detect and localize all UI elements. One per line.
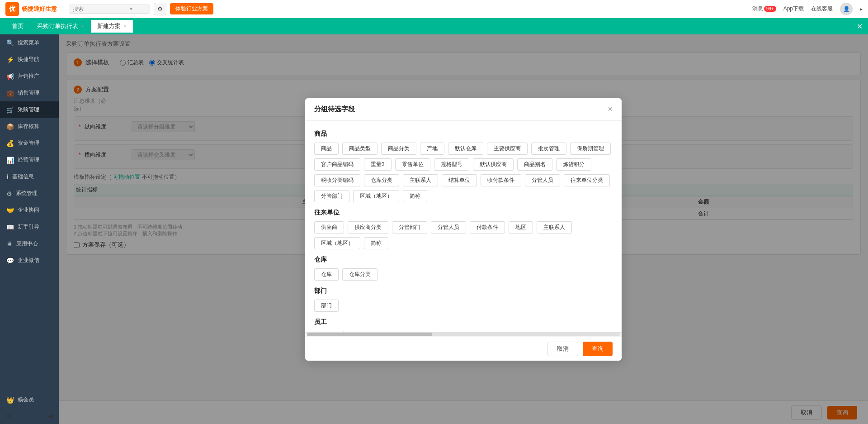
- field-tag-main-supplier[interactable]: 主要供应商: [487, 143, 528, 155]
- sidebar-item-basic-info[interactable]: ℹ 基础信息: [0, 168, 59, 185]
- online-service-link[interactable]: 在线客服: [811, 5, 833, 13]
- field-tag-area[interactable]: 地区: [509, 221, 533, 233]
- sidebar-item-purchase[interactable]: 🛒 采购管理: [0, 101, 59, 118]
- sidebar-item-operation[interactable]: 📊 经营管理: [0, 152, 59, 168]
- field-tag-shelf-life[interactable]: 保质期管理: [570, 143, 611, 155]
- sidebar-item-purchase-label: 采购管理: [18, 106, 39, 114]
- field-tag-tax-code[interactable]: 税收分类编码: [314, 174, 360, 186]
- basic-info-icon: ℹ: [6, 173, 9, 181]
- sidebar-item-enterprise[interactable]: 🤝 企业协同: [0, 202, 59, 219]
- field-tag-weight[interactable]: 重量3: [364, 158, 392, 171]
- field-tag-batch-mgmt[interactable]: 批次管理: [531, 143, 566, 155]
- sidebar-item-inventory[interactable]: 📦 库存核算: [0, 118, 59, 135]
- field-tag-wh-category[interactable]: 仓库分类: [342, 268, 377, 281]
- field-tag-settlement-unit[interactable]: 结算单位: [442, 174, 477, 186]
- field-tag-origin[interactable]: 产地: [420, 143, 444, 155]
- tab-purchase-close[interactable]: ×: [81, 24, 84, 29]
- member-icon: 👑: [6, 396, 14, 404]
- gear-button[interactable]: ⚙: [154, 3, 166, 15]
- tab-purchase-list[interactable]: 采购订单执行表×: [31, 20, 90, 33]
- modal-cancel-button[interactable]: 取消: [547, 342, 578, 356]
- field-tags-partner: 供应商 供应商分类 分管部门 分管人员 付款条件 地区 主联系人 区域（地区） …: [314, 221, 613, 249]
- field-tag-goods-type[interactable]: 商品类型: [342, 143, 377, 155]
- field-group-partner-title: 往来单位: [314, 209, 613, 217]
- field-tag-partner-short[interactable]: 简称: [364, 237, 388, 249]
- sidebar-item-guide[interactable]: 📖 新手引导: [0, 219, 59, 235]
- field-group-dept-title: 部门: [314, 287, 613, 295]
- field-tag-partner-region[interactable]: 区域（地区）: [314, 237, 360, 249]
- field-tag-customer-code[interactable]: 客户商品编码: [314, 158, 360, 171]
- tab-new-plan[interactable]: 新建方案×: [91, 20, 132, 33]
- sidebar-item-quick-nav[interactable]: ⚡ 快捷导航: [0, 51, 59, 68]
- field-tag-partner-dept[interactable]: 分管部门: [392, 221, 427, 233]
- sidebar-item-wechat[interactable]: 💬 企业微信: [0, 252, 59, 269]
- modal-close-button[interactable]: ×: [608, 105, 613, 114]
- notification-badge: 99+: [764, 6, 776, 12]
- sidebar-item-enterprise-label: 企业协同: [18, 206, 39, 214]
- field-tag-default-warehouse[interactable]: 默认仓库: [448, 143, 483, 155]
- tab-new-plan-close[interactable]: ×: [123, 24, 126, 29]
- system-icon: ⚙: [6, 190, 12, 197]
- field-tag-supplier[interactable]: 供应商: [314, 221, 344, 233]
- field-tag-default-supplier[interactable]: 默认供应商: [473, 158, 514, 171]
- enterprise-icon: 🤝: [6, 207, 14, 214]
- field-tag-spec[interactable]: 规格型号: [434, 158, 469, 171]
- modal-hscroll[interactable]: [305, 332, 622, 336]
- sidebar-item-search-label: 搜索菜单: [18, 39, 39, 47]
- sidebar-item-app-center[interactable]: 🖥 应用中心: [0, 235, 59, 252]
- search-input[interactable]: [73, 6, 127, 12]
- sales-icon: 💼: [6, 90, 14, 97]
- operation-icon: 📊: [6, 157, 14, 164]
- field-tag-main-contact[interactable]: 主联系人: [403, 174, 438, 186]
- topbar: 优 畅捷通好生意 ▼ ⚙ 体验行业方案 消息99+ App下载 在线客服 👤 ▸: [0, 0, 868, 18]
- sidebar-item-quick-nav-label: 快捷导航: [18, 56, 39, 63]
- chevron-down-icon: ▼: [129, 6, 133, 11]
- sidebar-item-marketing[interactable]: 📢 营销推广: [0, 68, 59, 85]
- field-tag-dept[interactable]: 分管部门: [314, 190, 349, 202]
- tab-home[interactable]: 首页: [5, 20, 30, 33]
- close-all-tabs[interactable]: ✕: [857, 22, 863, 31]
- topbar-right: 消息99+ App下载 在线客服 👤 ▸: [752, 3, 863, 15]
- avatar[interactable]: 👤: [840, 3, 853, 15]
- wechat-icon: 💬: [6, 257, 14, 264]
- collapse-icon[interactable]: ◀: [48, 413, 52, 419]
- field-tag-partner-supervisor[interactable]: 分管人员: [431, 221, 466, 233]
- field-tag-payment-cond[interactable]: 付款条件: [470, 221, 505, 233]
- field-tag-supplier-cat[interactable]: 供应商分类: [348, 221, 388, 233]
- tab-purchase-label: 采购订单执行表: [37, 22, 78, 30]
- sidebar: 🔍 搜索菜单 ⚡ 快捷导航 📢 营销推广 💼 销售管理 🛒 采购管理 📦 库存核…: [0, 34, 59, 424]
- field-tag-warehouse-cat[interactable]: 仓库分类: [364, 174, 399, 186]
- sidebar-item-sales[interactable]: 💼 销售管理: [0, 85, 59, 101]
- field-tag-partner-contact[interactable]: 主联系人: [537, 221, 572, 233]
- field-tag-short-name[interactable]: 简称: [403, 190, 427, 202]
- field-tag-supervisor[interactable]: 分管人员: [525, 174, 560, 186]
- notification-area[interactable]: 消息99+: [752, 5, 776, 13]
- field-tag-retail-unit[interactable]: 零售单位: [395, 158, 430, 171]
- field-tag-payment-terms[interactable]: 收付款条件: [481, 174, 521, 186]
- logo-area: 优 畅捷通好生意: [5, 2, 64, 16]
- gear-icon: ⚙: [157, 5, 163, 12]
- field-tag-department[interactable]: 部门: [314, 300, 339, 312]
- app-download-link[interactable]: App下载: [783, 5, 804, 13]
- field-selection-modal: 分组待选字段 × 商品 商品 商品类型 商品分类 产地 默认仓库: [305, 98, 622, 361]
- field-tag-goods-alias[interactable]: 商品别名: [517, 158, 552, 171]
- field-tag-region[interactable]: 区域（地区）: [353, 190, 399, 202]
- settings-icon[interactable]: ⚙: [6, 413, 12, 419]
- experience-button[interactable]: 体验行业方案: [170, 3, 213, 14]
- modal-confirm-button[interactable]: 查询: [583, 342, 613, 356]
- sidebar-item-search[interactable]: 🔍 搜索菜单: [0, 34, 59, 51]
- sidebar-item-finance[interactable]: 💰 资金管理: [0, 135, 59, 152]
- sidebar-item-member[interactable]: 👑 畅会员: [0, 391, 59, 408]
- guide-icon: 📖: [6, 224, 14, 231]
- sidebar-item-app-center-label: 应用中心: [16, 240, 38, 248]
- field-tag-partner-cat[interactable]: 往来单位分类: [564, 174, 610, 186]
- sidebar-item-system[interactable]: ⚙ 系统管理: [0, 185, 59, 202]
- field-tag-goods-category[interactable]: 商品分类: [381, 143, 416, 155]
- field-tag-goods[interactable]: 商品: [314, 143, 339, 155]
- field-tag-warehouse[interactable]: 仓库: [314, 268, 339, 281]
- sidebar-item-marketing-label: 营销推广: [18, 72, 39, 80]
- field-group-partner: 往来单位 供应商 供应商分类 分管部门 分管人员 付款条件 地区 主联系人 区域…: [314, 209, 613, 249]
- field-tag-refine-points[interactable]: 炼货积分: [556, 158, 591, 171]
- search-bar[interactable]: ▼: [69, 5, 150, 14]
- purchase-icon: 🛒: [6, 106, 14, 114]
